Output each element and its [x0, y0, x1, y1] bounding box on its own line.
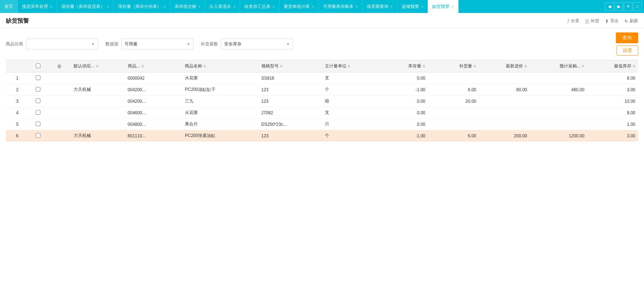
row-check[interactable] — [29, 119, 48, 130]
row-code: 004200... — [125, 96, 182, 107]
row-checkbox[interactable] — [36, 98, 40, 103]
nav-tab-overstock-close[interactable]: × — [421, 5, 423, 9]
row-checkbox[interactable] — [36, 110, 40, 115]
row-min-stock: 10.00 — [587, 96, 638, 107]
nav-tab-summary-close[interactable]: × — [273, 5, 275, 9]
estimated-sort[interactable]: 预计采购... ⇅ — [560, 63, 584, 69]
row-min-stock: 3.00 — [587, 130, 638, 142]
nav-tab-overstock-label: 超储预警 — [402, 4, 419, 10]
unit-sort[interactable]: 主计量单位 ⇅ — [325, 63, 351, 69]
col-header-stock: 库存量 ⇅ — [377, 60, 428, 72]
nav-tab-picking-label: 拣货异常处理 — [22, 4, 48, 10]
nav-tab-requisition[interactable]: 要货单统计表 × — [279, 0, 319, 13]
nav-tab-stock-dist-close[interactable]: × — [164, 5, 166, 9]
nav-tab-shortage-close[interactable]: × — [452, 5, 454, 9]
row-check[interactable] — [29, 130, 48, 142]
spec-sort[interactable]: 规格型号 ⇅ — [261, 63, 283, 69]
datasource-select[interactable]: 可用量 ▼ — [121, 39, 193, 49]
row-check[interactable] — [29, 84, 48, 96]
estimated-sort-icon: ⇅ — [582, 64, 584, 68]
nav-tab-requisition-close[interactable]: × — [312, 5, 314, 9]
row-supplier — [71, 107, 125, 119]
nav-close-button[interactable]: ✕ — [624, 2, 632, 11]
nav-tab-batch[interactable]: 库存批次账 × — [170, 0, 205, 13]
nav-prev-button[interactable]: ◀ — [605, 2, 614, 11]
row-latest-price — [479, 119, 530, 130]
row-check[interactable] — [29, 107, 48, 119]
supplier-sort[interactable]: 默认供应... ⇅ — [74, 63, 99, 69]
row-checkbox[interactable] — [36, 122, 40, 126]
nav-tab-shortage-label: 缺货预警 — [432, 4, 449, 10]
row-num: 5 — [6, 119, 29, 130]
nav-tab-shortage[interactable]: 缺货预警 × — [428, 0, 458, 13]
nav-maximize-button[interactable]: □ — [633, 2, 642, 11]
col-header-latest-price: 最新进价 ⇅ — [479, 60, 530, 72]
row-check[interactable] — [29, 96, 48, 107]
col-header-check — [29, 60, 48, 72]
nav-tab-picking-close[interactable]: × — [50, 5, 52, 9]
nav-tab-summary[interactable]: 收发存汇总表 × — [240, 0, 279, 13]
nav-tab-batch-close[interactable]: × — [199, 5, 201, 9]
nav-tab-flow[interactable]: 出入库流水 × — [205, 0, 240, 13]
col-header-spec: 规格型号 ⇅ — [258, 60, 322, 72]
export-button[interactable]: ⬆ 导出 — [605, 18, 619, 24]
row-checkbox[interactable] — [36, 87, 40, 92]
settings-gear-icon[interactable]: ⚙ — [57, 63, 62, 69]
settings-button[interactable]: 设置 — [617, 45, 638, 56]
row-estimated — [530, 107, 587, 119]
name-sort[interactable]: 商品名称 ⇅ — [185, 63, 206, 69]
nav-tab-picking[interactable]: 拣货异常处理 × — [18, 0, 57, 13]
row-settings — [48, 96, 70, 107]
nav-tab-flow-close[interactable]: × — [233, 5, 235, 9]
row-supplier — [71, 96, 125, 107]
col-header-unit: 主计量单位 ⇅ — [322, 60, 377, 72]
row-stock: -1.00 — [377, 84, 428, 96]
nav-tab-available-close[interactable]: × — [356, 5, 358, 9]
nav-tab-stock-status[interactable]: 现存量（库存状况表） × — [57, 0, 114, 13]
row-name: PC200油缸缸子 — [182, 84, 258, 96]
row-checkbox[interactable] — [36, 133, 40, 138]
nav-tab-stock-dist[interactable]: 现存量（库存分布表） × — [114, 0, 170, 13]
row-stock: -1.00 — [377, 130, 428, 142]
refresh-button[interactable]: ↻ 刷新 — [625, 18, 638, 24]
row-settings — [48, 119, 70, 130]
nav-next-button[interactable]: ▶ — [614, 2, 623, 11]
select-all-checkbox[interactable] — [36, 63, 40, 68]
table-row[interactable]: 4 004600... 火花塞 J7092 支 0.00 8.00 — [6, 107, 638, 119]
header-actions: ⤴ 分享 ◫ 补货 ⬆ 导出 ↻ 刷新 — [567, 18, 638, 24]
row-check[interactable] — [29, 72, 48, 84]
nav-tab-expiry[interactable]: 保质期查询 × — [362, 0, 397, 13]
row-checkbox[interactable] — [36, 75, 40, 80]
row-name: 离合片 — [182, 119, 258, 130]
share-button[interactable]: ⤴ 分享 — [567, 18, 579, 24]
row-settings — [48, 107, 70, 119]
replenish-button[interactable]: ◫ 补货 — [585, 18, 599, 24]
nav-tab-overstock[interactable]: 超储预警 × — [397, 0, 428, 13]
row-replenish: 20.00 — [428, 96, 479, 107]
spec-col-label: 规格型号 — [261, 63, 279, 69]
replenish-sort[interactable]: 补货量 ⇅ — [459, 63, 476, 69]
nav-tab-expiry-close[interactable]: × — [391, 5, 393, 9]
table-row[interactable]: 3 004200... 三九 123 箱 0.00 20.00 10.00 — [6, 96, 638, 107]
query-button[interactable]: 查询 — [616, 32, 638, 43]
code-sort[interactable]: 商品... ⇅ — [128, 63, 144, 69]
page-header: 缺货预警 ⤴ 分享 ◫ 补货 ⬆ 导出 ↻ 刷新 — [0, 13, 644, 28]
table-row[interactable]: 5 004800... 离合片 DS250*23c... 只 0.00 1.00 — [6, 119, 638, 130]
table-row[interactable]: 2 力天机械 004200... PC200油缸缸子 123 个 -1.00 6… — [6, 84, 638, 96]
replenish-icon: ◫ — [585, 19, 589, 24]
table-row[interactable]: 6 力天机械 801110... PC200张紧油缸 123 个 -1.00 6… — [6, 130, 638, 142]
category-select[interactable]: ▼ — [26, 39, 98, 49]
latest-price-col-label: 最新进价 — [506, 63, 523, 69]
table-row[interactable]: 1 0000042 火花塞 SS816 支 0.00 8.00 — [6, 72, 638, 84]
nav-tab-available[interactable]: 可用量库存账本 × — [319, 0, 362, 13]
filter-actions: 查询 设置 — [616, 32, 638, 56]
min-stock-sort[interactable]: 最低库存 ⇅ — [614, 63, 635, 69]
replenish-base-select[interactable]: 安全库存 ▼ — [221, 39, 293, 49]
estimated-col-label: 预计采购... — [560, 63, 580, 69]
row-estimated — [530, 96, 587, 107]
row-unit: 个 — [322, 130, 377, 142]
latest-price-sort[interactable]: 最新进价 ⇅ — [506, 63, 527, 69]
stock-sort[interactable]: 库存量 ⇅ — [408, 63, 425, 69]
nav-tab-home[interactable]: 首页 — [0, 0, 18, 13]
nav-tab-stock-status-close[interactable]: × — [107, 5, 109, 9]
